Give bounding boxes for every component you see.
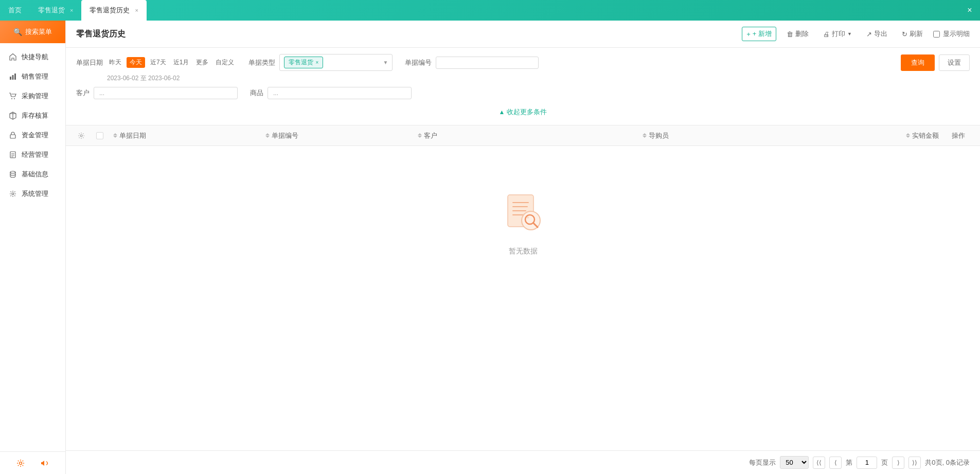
select-all-checkbox[interactable] [96,132,103,139]
goods-input[interactable]: ... [268,87,412,99]
display-toggle: 显示明细 [933,29,970,39]
filter-row-1: 单据日期 昨天 今天 近7天 近1月 更多 自定义 单据类型 [76,54,970,71]
sidebar-item-system-mgmt[interactable]: 系统管理 [0,184,65,204]
th-customer[interactable]: 客户 [414,131,638,140]
date-btn-yesterday[interactable]: 昨天 [107,57,123,68]
print-button[interactable]: 🖨 打印 ▼ [819,27,856,41]
bill-type-tag-remove[interactable]: × [315,60,318,65]
date-quick-btns: 昨天 今天 近7天 近1月 更多 自定义 [107,57,236,68]
th-date[interactable]: 单据日期 [109,131,261,140]
customer-input[interactable]: ... [94,87,238,99]
sidebar-item-basic-info-label: 基础信息 [22,170,48,179]
collapse-label: 收起更多条件 [507,107,547,117]
sidebar-search-label: 搜索菜单 [25,27,52,37]
date-sort-icon [113,133,117,138]
tab-home-label: 首页 [8,6,22,15]
delete-button[interactable]: 🗑 删除 [782,27,813,41]
sidebar-item-inventory[interactable]: 库存核算 [0,106,65,125]
svg-point-3 [11,98,12,99]
prev-page-button[interactable]: ⟨ [829,457,842,469]
th-guide[interactable]: 导购员 [638,131,791,140]
tab-home[interactable]: 首页 [0,0,30,21]
th-amount-label: 实销金额 [912,131,939,140]
query-button[interactable]: 查询 [901,54,935,71]
customer-label: 客户 [76,88,90,98]
volume-button[interactable] [39,457,51,469]
top-bar: 首页 零售退货 × 零售退货历史 × × [0,0,980,21]
th-checkbox[interactable] [91,132,109,139]
collapse-button[interactable]: ▲ 收起更多条件 [499,105,547,119]
table-header: 单据日期 单据编号 客户 [66,125,980,146]
bill-type-tag-label: 零售退货 [289,58,313,67]
next-page-button[interactable]: ⟩ [892,457,904,469]
sidebar-item-operations[interactable]: 经营管理 [0,145,65,165]
settings-gear-button[interactable] [14,457,27,469]
bill-no-input[interactable] [436,57,539,69]
sidebar-item-purchase-mgmt[interactable]: 采购管理 [0,86,65,106]
tab-retail-return-history-label: 零售退货历史 [90,6,130,15]
refresh-button[interactable]: ↻ 刷新 [898,27,927,41]
date-btn-1month[interactable]: 近1月 [171,57,191,68]
sidebar-item-quick-nav[interactable]: 快捷导航 [0,47,65,67]
th-bill-no-label: 单据编号 [272,131,298,140]
bill-type-select[interactable]: 零售退货 × ▼ [279,54,393,71]
date-btn-7days[interactable]: 近7天 [148,57,168,68]
svg-point-4 [14,98,15,99]
settings-button[interactable]: 设置 [939,54,970,71]
sidebar-item-finance[interactable]: 资金管理 [0,125,65,145]
query-label: 查询 [911,59,924,66]
date-filter: 单据日期 昨天 今天 近7天 近1月 更多 自定义 [76,57,236,68]
bill-type-tag: 零售退货 × [284,57,323,68]
per-page-label: 每页显示 [749,458,776,467]
sidebar-bottom [0,451,65,474]
per-page-select[interactable]: 20 50 100 [780,456,809,469]
date-btn-custom[interactable]: 自定义 [213,57,236,68]
goods-placeholder: ... [273,89,278,97]
empty-state: 暂无数据 [66,146,980,297]
th-settings[interactable] [72,132,91,140]
empty-illustration [497,187,549,239]
sidebar-item-system-mgmt-label: 系统管理 [22,189,48,198]
customer-placeholder: ... [99,89,104,97]
th-amount[interactable]: 实销金额 [791,131,943,140]
export-button[interactable]: ↗ 导出 [862,27,892,41]
last-page-button[interactable]: ⟩⟩ [908,457,921,469]
window-close-button[interactable]: × [959,0,980,21]
sidebar-item-quick-nav-label: 快捷导航 [22,52,48,62]
tab-retail-return-history[interactable]: 零售退货历史 × [81,0,146,21]
new-button[interactable]: + + 新增 [742,27,776,41]
print-icon: 🖨 [823,30,830,38]
page-number-input[interactable] [857,457,877,469]
th-guide-label: 导购员 [649,131,669,140]
tab-retail-return-history-close[interactable]: × [135,7,138,13]
th-bill-no[interactable]: 单据编号 [261,131,414,140]
bill-type-select-content: 零售退货 × [284,57,380,68]
guide-sort-icon [643,133,647,138]
bill-no-label: 单据编号 [405,58,432,67]
database-icon [8,170,17,179]
goods-filter: 商品 ... [250,87,412,99]
svg-point-8 [12,193,14,195]
display-toggle-checkbox[interactable] [933,31,940,38]
empty-text: 暂无数据 [509,247,538,256]
customer-filter: 客户 ... [76,87,238,99]
collapse-icon: ▲ [499,108,505,116]
sidebar-nav: 快捷导航 销售管理 [0,43,65,451]
first-page-button[interactable]: ⟨⟨ [813,457,825,469]
sidebar-item-sales-mgmt[interactable]: 销售管理 [0,67,65,86]
svg-point-9 [19,462,22,464]
tab-retail-return-close[interactable]: × [70,7,73,13]
date-range-display: 2023-06-02 至 2023-06-02 [107,75,180,82]
bill-type-filter: 单据类型 零售退货 × ▼ [248,54,393,71]
sidebar-item-basic-info[interactable]: 基础信息 [0,165,65,184]
svg-rect-5 [10,135,15,138]
date-btn-more[interactable]: 更多 [194,57,210,68]
sidebar-search-button[interactable]: 🔍 搜索菜单 [0,21,65,43]
svg-rect-2 [14,74,16,80]
export-label: 导出 [874,29,887,39]
svg-point-19 [527,216,529,218]
display-toggle-label[interactable]: 显示明细 [943,29,970,39]
main-layout: 🔍 搜索菜单 快捷导航 销售 [0,21,980,474]
date-btn-today[interactable]: 今天 [127,57,145,68]
tab-retail-return[interactable]: 零售退货 × [30,0,81,21]
